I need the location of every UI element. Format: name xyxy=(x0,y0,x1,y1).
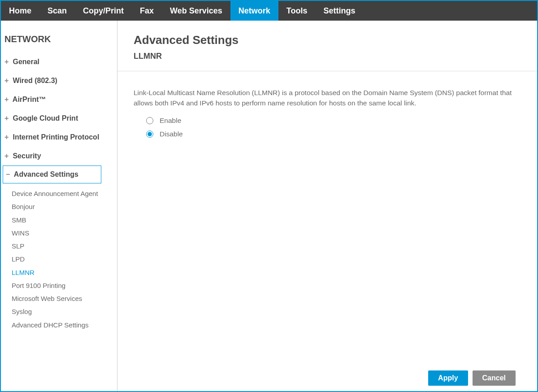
side-group-wired-802-3-: + Wired (802.3) xyxy=(1,71,117,90)
expand-icon: + xyxy=(4,77,11,85)
radio-enable-label[interactable]: Enable xyxy=(160,117,181,125)
side-group-label: Google Cloud Print xyxy=(11,114,78,122)
side-group-label: General xyxy=(11,58,39,65)
side-item-port-9100-printing[interactable]: Port 9100 Printing xyxy=(12,279,115,292)
cancel-button[interactable]: Cancel xyxy=(473,370,516,386)
top-nav: HomeScanCopy/PrintFaxWeb ServicesNetwork… xyxy=(1,1,537,21)
expand-icon: + xyxy=(4,96,11,104)
side-item-advanced-dhcp-settings[interactable]: Advanced DHCP Settings xyxy=(12,318,115,331)
expand-icon: + xyxy=(4,114,11,122)
radio-row-enable: Enable xyxy=(146,117,521,125)
radio-disable-label[interactable]: Disable xyxy=(160,130,183,138)
nav-tab-fax[interactable]: Fax xyxy=(132,1,162,21)
side-group-toggle[interactable]: − Advanced Settings xyxy=(6,170,98,179)
nav-tab-home[interactable]: Home xyxy=(1,1,39,21)
side-group-toggle[interactable]: + General xyxy=(4,58,113,66)
side-group-airprint-: + AirPrint™ xyxy=(1,90,117,109)
side-item-microsoft-web-services[interactable]: Microsoft Web Services xyxy=(12,292,115,305)
collapse-icon: − xyxy=(6,170,12,179)
radio-disable[interactable] xyxy=(146,131,153,138)
side-item-llmnr[interactable]: LLMNR xyxy=(12,266,115,279)
side-group-label: Advanced Settings xyxy=(12,170,78,178)
side-group-toggle[interactable]: + Google Cloud Print xyxy=(4,114,113,122)
main-panel: Advanced Settings LLMNR Link-Local Multi… xyxy=(117,21,537,391)
page-subtitle: LLMNR xyxy=(134,52,521,61)
llmnr-radio-group: Enable Disable xyxy=(134,117,521,144)
page-title: Advanced Settings xyxy=(134,33,521,47)
side-item-smb[interactable]: SMB xyxy=(12,213,115,226)
nav-tab-web-services[interactable]: Web Services xyxy=(162,1,230,21)
expand-icon: + xyxy=(4,152,11,160)
apply-button[interactable]: Apply xyxy=(428,370,468,386)
sidebar: NETWORK + General+ Wired (802.3)+ AirPri… xyxy=(1,21,117,391)
side-group-google-cloud-print: + Google Cloud Print xyxy=(1,109,117,128)
side-group-label: AirPrint™ xyxy=(11,96,46,103)
expand-icon: + xyxy=(4,58,11,66)
nav-tab-settings[interactable]: Settings xyxy=(316,1,364,21)
nav-tab-network[interactable]: Network xyxy=(230,1,278,21)
side-group-general: + General xyxy=(1,52,117,71)
side-group-toggle[interactable]: + Wired (802.3) xyxy=(4,77,113,85)
footer-buttons: Apply Cancel xyxy=(134,370,521,391)
side-group-security: + Security xyxy=(1,147,117,166)
side-group-label: Security xyxy=(11,152,41,160)
side-item-bonjour[interactable]: Bonjour xyxy=(12,200,115,213)
nav-tab-scan[interactable]: Scan xyxy=(39,1,75,21)
side-item-syslog[interactable]: Syslog xyxy=(12,305,115,318)
side-item-lpd[interactable]: LPD xyxy=(12,253,115,266)
side-group-toggle[interactable]: + AirPrint™ xyxy=(4,96,113,104)
side-group-label: Wired (802.3) xyxy=(11,77,57,84)
side-item-device-announcement-agent[interactable]: Device Announcement Agent xyxy=(12,187,115,200)
radio-enable[interactable] xyxy=(146,117,153,124)
llmnr-description: Link-Local Multicast Name Resolution (LL… xyxy=(134,87,521,109)
nav-tab-tools[interactable]: Tools xyxy=(278,1,316,21)
sidebar-title: NETWORK xyxy=(1,34,117,52)
side-group-internet-printing-protocol: + Internet Printing Protocol xyxy=(1,128,117,147)
side-group-label: Internet Printing Protocol xyxy=(11,133,99,141)
expand-icon: + xyxy=(4,133,11,141)
side-group-toggle[interactable]: + Internet Printing Protocol xyxy=(4,133,113,141)
nav-tab-copy-print[interactable]: Copy/Print xyxy=(75,1,132,21)
side-item-slp[interactable]: SLP xyxy=(12,240,115,253)
side-item-wins[interactable]: WINS xyxy=(12,226,115,240)
side-sublist: Device Announcement AgentBonjourSMBWINSS… xyxy=(1,183,117,331)
side-group-toggle[interactable]: + Security xyxy=(4,152,113,160)
side-group-advanced-settings: − Advanced Settings xyxy=(3,166,101,183)
radio-row-disable: Disable xyxy=(146,130,521,138)
main-header: Advanced Settings LLMNR xyxy=(117,21,537,71)
